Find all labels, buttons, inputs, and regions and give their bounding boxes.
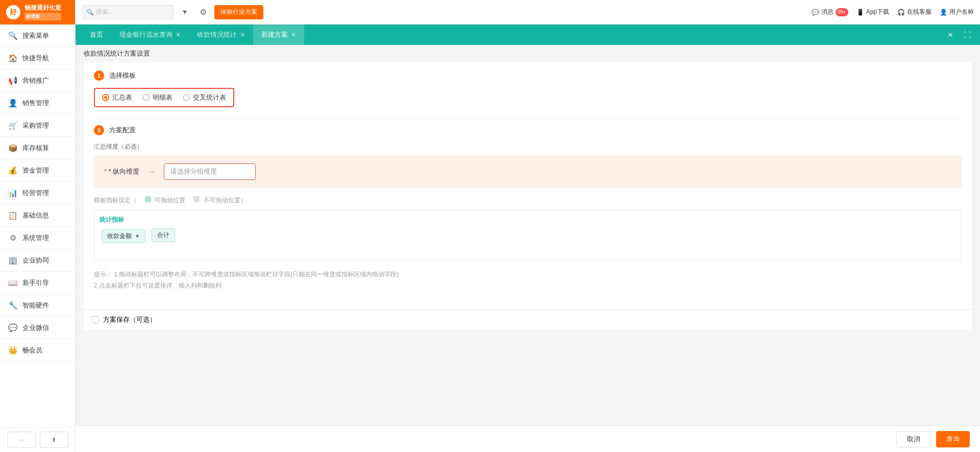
sidebar-item-search[interactable]: 🔍 搜索菜单 [0,25,75,47]
topbar-dropdown[interactable]: ▼ [178,5,192,19]
vertical-label: * * 纵向维度 [104,167,139,176]
message-item[interactable]: 💬 消息 99+ [812,8,848,16]
tab-newplan[interactable]: 新建方案 ✕ [253,25,304,45]
member-icon: 👑 [8,346,17,355]
purchase-icon: 🛒 [8,121,17,130]
trial-button[interactable]: 体验行业方案 [214,5,263,19]
radio-summary-circle [102,94,109,101]
page-title: 收款情况统计方案设置 [84,50,150,57]
tab-cashflow[interactable]: 现金银行流水查询 ✕ [111,25,189,45]
tab-expand[interactable]: ⛶ [961,30,974,40]
download-item[interactable]: 📱 App下载 [856,8,889,16]
query-button[interactable]: 查询 [936,431,970,447]
save-checkbox[interactable] [92,316,99,323]
save-section: 方案保存（可选） [84,310,972,329]
logo-text: 畅捷通好生意 [24,4,61,11]
sidebar-item-finance[interactable]: 💰 资金管理 [0,159,75,182]
user-item[interactable]: 👤 用户名称 [940,8,974,16]
footer: 取消 查询 [76,425,980,452]
radio-summary[interactable]: 汇总表 [102,93,132,102]
home-icon: 🏠 [8,54,17,63]
tab-cashflow-close[interactable]: ✕ [176,31,181,38]
sidebar-bottom-btn2[interactable]: ⬆ [40,432,68,448]
step1-section: 1 选择模板 汇总表 明细表 [94,70,962,107]
sidebar-item-label: 智能硬件 [22,301,49,310]
topbar-search[interactable]: 🔍 搜索... [82,5,174,19]
sidebar-item-quicknav[interactable]: 🏠 快捷导航 [0,47,75,69]
sidebar-item-member[interactable]: 👑 畅会员 [0,339,75,362]
sidebar-item-label: 新手引导 [22,278,49,288]
sidebar-item-hardware[interactable]: 🔧 智能硬件 [0,294,75,317]
content: 收款情况统计方案设置 1 选择模板 汇总表 [76,45,980,425]
sidebar-item-basic[interactable]: 📋 基础信息 [0,204,75,227]
dimension-area: * * 纵向维度 → 请选择分组维度 [94,155,962,188]
sidebar-item-purchase[interactable]: 🛒 采购管理 [0,114,75,137]
radio-detail-label: 明细表 [153,93,173,102]
management-icon: 📊 [8,188,17,198]
metrics-sub-items: 合计 [152,228,175,244]
metrics-subsection: 模板指标设定（ 可拖动位置 不可拖动位置） [94,196,962,261]
tab-receipts-close[interactable]: ✕ [240,31,245,38]
sidebar-item-label: 营销推广 [22,76,49,85]
topbar: 🔍 搜索... ▼ ⚙ 体验行业方案 💬 消息 99+ 📱 App下载 🎧 在线… [76,0,980,25]
service-icon: 🎧 [897,9,905,16]
sidebar-item-label: 基础信息 [22,211,49,220]
app-logo: 好 畅捷通好生意 标准版 [0,0,75,25]
edition-badge: 标准版 [24,13,61,20]
dimension-title: 汇总维度（必选） [94,142,962,151]
search-input-icon: 🔍 [86,9,94,16]
sidebar-item-label: 库存核算 [22,144,49,153]
metrics-items: 收款金额 ▼ 合计 [100,228,956,244]
sidebar-item-label: 企业微信 [22,323,49,332]
radio-detail[interactable]: 明细表 [142,93,173,102]
radio-cross[interactable]: 交叉统计表 [183,93,226,102]
sidebar-item-label: 企业协同 [22,256,49,265]
metrics-hint: 模板指标设定（ 可拖动位置 不可拖动位置） [94,196,962,205]
sidebar-item-label: 经营管理 [22,188,49,198]
marketing-icon: 📢 [8,76,17,85]
step1-title: 1 选择模板 [94,70,962,81]
sidebar-item-label: 畅会员 [22,346,42,355]
metrics-tag-amount[interactable]: 收款金额 ▼ [102,229,145,243]
service-label: 在线客服 [907,8,932,16]
main-card: 1 选择模板 汇总表 明细表 [84,62,972,310]
message-badge: 99+ [836,8,848,16]
sidebar-item-label: 系统管理 [22,233,49,243]
wecom-icon: 💬 [8,323,17,332]
download-icon: 📱 [856,9,864,16]
finance-icon: 💰 [8,166,17,175]
tab-receipts[interactable]: 收款情况统计 ✕ [189,25,253,45]
hint-draggable: 可拖动位置 [145,196,185,205]
sidebar-item-system[interactable]: ⚙ 系统管理 [0,227,75,249]
topbar-settings[interactable]: ⚙ [196,5,210,19]
hint-nondraggable: 不可拖动位置） [193,196,246,205]
metrics-sub-total: 合计 [152,228,175,242]
tips-item-1: 2.点击标题栏下拉可设置排序、插入列和删除列 [94,280,962,292]
divider1 [94,117,962,118]
sidebar-item-wecom[interactable]: 💬 企业微信 [0,317,75,339]
sidebar-item-management[interactable]: 📊 经营管理 [0,182,75,204]
tab-newplan-close[interactable]: ✕ [291,31,296,38]
dimension-select[interactable]: 请选择分组维度 [164,163,256,180]
cancel-button[interactable]: 取消 [896,431,931,447]
sidebar-item-sales[interactable]: 👤 销售管理 [0,92,75,114]
tab-home[interactable]: 首页 [82,25,111,45]
message-label: 消息 [821,8,834,16]
user-icon: 👤 [940,9,947,16]
service-item[interactable]: 🎧 在线客服 [897,8,932,16]
tag-label: 收款金额 [107,232,132,241]
metrics-container: 统计指标 收款金额 ▼ 合计 [94,210,962,261]
sidebar-item-enterprise[interactable]: 🏢 企业协同 [0,249,75,272]
sidebar-item-inventory[interactable]: 📦 库存核算 [0,137,75,159]
tab-cashflow-label: 现金银行流水查询 [119,30,173,39]
sidebar-item-label: 快捷导航 [22,54,49,63]
tips-item-0: 1.拖动标题栏可以调整布局，不可跨维度或指标区域拖动栏目字段(只能在同一维度或指… [114,271,399,278]
sidebar-item-marketing[interactable]: 📢 营销推广 [0,69,75,92]
step2-num: 2 [94,125,104,135]
tab-close-all[interactable]: ✕ [944,30,957,40]
radio-cross-label: 交叉统计表 [193,93,226,102]
sidebar-item-guide[interactable]: 📖 新手引导 [0,272,75,294]
sidebar-bottom-btn1[interactable]: ··· [7,432,36,448]
metrics-setting-label: 模板指标设定（ [94,196,137,205]
tabbar: 首页 现金银行流水查询 ✕ 收款情况统计 ✕ 新建方案 ✕ ✕ ⛶ [76,25,980,45]
